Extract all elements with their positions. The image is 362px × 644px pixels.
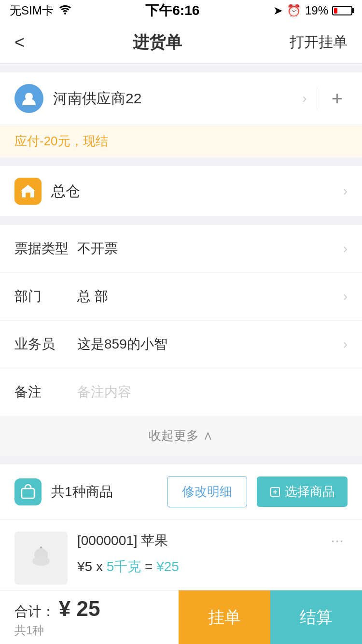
svg-rect-3 (26, 193, 30, 197)
bottom-bar: 合计： ¥ 25 共1种 挂单 结算 (0, 590, 362, 644)
status-right: ➤ ⏰ 19% (273, 4, 352, 17)
warehouse-section: 总仓 › (0, 166, 362, 216)
equals: = (141, 559, 156, 574)
product-header-icon (14, 478, 42, 505)
checkout-button[interactable]: 结算 (270, 590, 362, 644)
svg-point-7 (32, 556, 50, 566)
divider (317, 87, 317, 110)
remark-row[interactable]: 备注 备注内容 (0, 368, 362, 416)
add-supplier-button[interactable]: + (327, 88, 348, 110)
product-count: 共1种商品 (51, 483, 157, 501)
dept-value: 总 部 (77, 287, 343, 306)
supplier-chevron-icon: › (302, 91, 306, 106)
product-code: [0000001] (77, 533, 141, 548)
product-header: 共1种商品 修改明细 选择商品 (0, 464, 362, 519)
dept-chevron-icon: › (343, 289, 348, 304)
sales-value: 这是859的小智 (77, 335, 343, 353)
total-area: 合计： ¥ 25 共1种 (0, 597, 179, 638)
product-name: [0000001] 苹果 (77, 532, 317, 550)
select-product-label: 选择商品 (285, 483, 335, 500)
edit-detail-button[interactable]: 修改明细 (167, 476, 247, 507)
product-thumbnail (14, 532, 68, 585)
unit-price: ¥5 x (77, 559, 107, 574)
status-time: 下午6:16 (145, 1, 199, 20)
dept-label: 部门 (14, 287, 77, 306)
remark-label: 备注 (14, 383, 77, 401)
warehouse-name: 总仓 (51, 182, 343, 201)
product-price: ¥5 x 5千克 = ¥25 (77, 558, 317, 576)
product-more-button[interactable]: ··· (327, 532, 348, 549)
product-info: [0000001] 苹果 ¥5 x 5千克 = ¥25 (77, 532, 317, 576)
product-title: 苹果 (141, 533, 168, 548)
product-item: [0000001] 苹果 ¥5 x 5千克 = ¥25 ··· (0, 520, 362, 596)
status-left: 无SIM卡 (10, 3, 72, 18)
hang-button[interactable]: 挂单 (179, 590, 270, 644)
open-hang-button[interactable]: 打开挂单 (290, 32, 348, 52)
sales-row[interactable]: 业务员 这是859的小智 › (0, 321, 362, 368)
status-bar: 无SIM卡 下午6:16 ➤ ⏰ 19% (0, 0, 362, 21)
nav-bar: < 进货单 打开挂单 (0, 21, 362, 64)
supplier-name: 河南供应商22 (53, 89, 302, 109)
collapse-button[interactable]: 收起更多 ∧ (0, 416, 362, 456)
alarm-icon: ⏰ (287, 4, 301, 17)
warehouse-row[interactable]: 总仓 › (0, 166, 362, 216)
supplier-section: 河南供应商22 › + 应付-20元，现结 (0, 72, 362, 157)
battery-percent: 19% (305, 4, 328, 17)
warehouse-icon (14, 178, 42, 205)
content: 河南供应商22 › + 应付-20元，现结 总仓 › 票据类型 不开票 › (0, 72, 362, 644)
select-product-button[interactable]: 选择商品 (257, 476, 348, 507)
supplier-row-right: › + (302, 87, 348, 110)
total-amount: ¥ 25 (59, 597, 100, 620)
form-section: 票据类型 不开票 › 部门 总 部 › 业务员 这是859的小智 › 备注 备注… (0, 225, 362, 416)
invoice-type-row[interactable]: 票据类型 不开票 › (0, 225, 362, 273)
total-price: ¥25 (156, 559, 179, 574)
warehouse-chevron-icon: › (343, 183, 348, 199)
qty-highlight: 5千克 (107, 559, 141, 574)
supplier-avatar (14, 84, 43, 113)
sales-label: 业务员 (14, 335, 77, 353)
location-icon: ➤ (273, 4, 283, 17)
back-button[interactable]: < (14, 32, 25, 53)
svg-marker-2 (21, 185, 35, 191)
invoice-chevron-icon: › (343, 241, 348, 256)
svg-rect-4 (22, 489, 34, 498)
supplier-row[interactable]: 河南供应商22 › + (0, 72, 362, 125)
remark-input[interactable]: 备注内容 (77, 383, 348, 401)
wifi-icon (58, 4, 72, 17)
page-title: 进货单 (133, 31, 182, 54)
supplier-notice: 应付-20元，现结 (0, 125, 362, 157)
dept-row[interactable]: 部门 总 部 › (0, 273, 362, 321)
battery-icon (332, 6, 352, 15)
total-label: 合计： (14, 604, 55, 619)
invoice-value: 不开票 (77, 239, 343, 258)
invoice-label: 票据类型 (14, 239, 77, 258)
total-count: 共1种 (14, 623, 164, 638)
sales-chevron-icon: › (343, 336, 348, 352)
carrier-text: 无SIM卡 (10, 3, 54, 18)
